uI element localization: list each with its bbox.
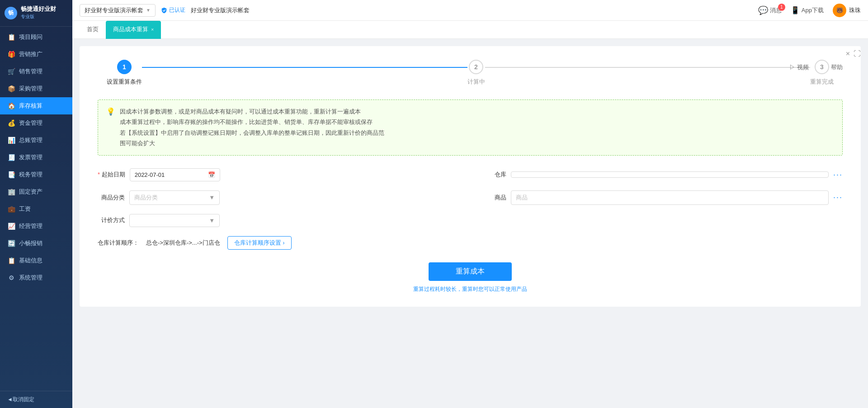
step-3: 3 重算完成 (810, 60, 834, 86)
sidebar-item-system[interactable]: ⚙ 系统管理 (0, 269, 72, 286)
sidebar-item-label: 经营管理 (19, 222, 42, 230)
user-area[interactable]: 🐻 珠珠 (833, 4, 861, 17)
tabs-bar: 首页 商品成本重算 × (72, 21, 868, 39)
tab-active-label: 商品成本重算 (113, 25, 148, 33)
category-select[interactable]: 商品分类 ▼ (129, 190, 220, 205)
recalc-button[interactable]: 重算成本 (429, 262, 512, 281)
purchase-icon: 📦 (7, 85, 15, 93)
verified-account-name: 好业财专业版演示帐套 (191, 6, 250, 14)
accounting-icon: 📊 (7, 136, 15, 144)
app-label: App下载 (802, 6, 824, 14)
goods-input[interactable]: 商品 (511, 190, 829, 205)
goods-label: 商品 (479, 194, 506, 202)
warehouse-more-button[interactable]: ··· (833, 170, 843, 180)
sidebar-item-operation[interactable]: 📈 经营管理 (0, 218, 72, 235)
message-button[interactable]: 💬 消息 1 (758, 5, 782, 15)
logo-edition: 专业版 (21, 13, 56, 21)
category-label: 商品分类 (98, 194, 125, 202)
calendar-icon[interactable]: 📅 (208, 171, 215, 178)
warehouse-order-settings-button[interactable]: 仓库计算顺序设置 › (227, 236, 292, 250)
recalc-tip: 重算过程耗时较长，重算时您可以正常使用产品 (413, 285, 527, 293)
avatar: 🐻 (833, 4, 846, 17)
sidebar-item-sales[interactable]: 🛒 销售管理 (0, 63, 72, 80)
window-controls: × ⛶ (846, 50, 861, 58)
start-date-label: 起始日期 (98, 171, 125, 179)
step-3-num: 3 (820, 63, 824, 71)
sidebar-item-tax[interactable]: 📑 税务管理 (0, 166, 72, 183)
verified-label: 已认证 (169, 6, 185, 14)
pin-toggle-label: ◄取消固定 (7, 396, 34, 403)
sidebar-item-accounting[interactable]: 📊 总账管理 (0, 132, 72, 149)
step-1: 1 设置重算条件 (107, 60, 142, 86)
form-row-2: 商品分类 商品分类 ▼ 商品 商品 ··· (98, 190, 843, 205)
tab-close-icon[interactable]: × (151, 27, 154, 32)
account-selector[interactable]: 好业财专业版演示帐套 ▼ (80, 4, 156, 17)
sidebar-item-project[interactable]: 📋 项目顾问 (0, 28, 72, 46)
sidebar-item-basic[interactable]: 📋 基础信息 (0, 252, 72, 269)
sidebar-item-label: 发票管理 (19, 153, 42, 161)
asset-icon: 🏢 (7, 188, 15, 196)
sidebar-item-finance[interactable]: 💰 资金管理 (0, 114, 72, 132)
sidebar-item-label: 税务管理 (19, 171, 42, 179)
info-text: 因成本计算参数调整，或是对商品成本有疑问时，可以通过成本重算功能，重新计算一遍成… (120, 106, 384, 149)
operation-icon: 📈 (7, 222, 15, 230)
sidebar-item-asset[interactable]: 🏢 固定资产 (0, 183, 72, 200)
pricing-field: 计价方式 ▼ (98, 214, 461, 227)
goods-more-button[interactable]: ··· (833, 193, 843, 202)
sidebar-item-expense[interactable]: 🔄 小畅报销 (0, 235, 72, 252)
message-badge: 1 (778, 4, 785, 11)
basic-icon: 📋 (7, 256, 15, 265)
goods-placeholder: 商品 (516, 194, 528, 202)
sidebar-item-purchase[interactable]: 📦 采购管理 (0, 80, 72, 97)
sidebar-item-label: 采购管理 (19, 85, 42, 93)
sidebar-item-label: 营销推广 (19, 50, 42, 58)
sidebar-item-label: 固定资产 (19, 188, 42, 196)
info-line-1: 因成本计算参数调整，或是对商品成本有疑问时，可以通过成本重算功能，重新计算一遍成… (120, 106, 384, 117)
sidebar-item-label: 总账管理 (19, 136, 42, 144)
info-line-3: 若【系统设置】中启用了自动调整记账日期时，会调整入库单的整单记账日期，因此重新计… (120, 128, 384, 138)
step-3-label: 重算完成 (810, 78, 834, 86)
sidebar-item-salary[interactable]: 💼 工资 (0, 200, 72, 218)
step-2: 2 计算中 (467, 60, 485, 86)
project-icon: 📋 (7, 33, 15, 41)
tax-icon: 📑 (7, 171, 15, 179)
start-date-value: 2022-07-01 (135, 171, 165, 178)
expand-window-button[interactable]: ⛶ (854, 50, 861, 58)
form-row-3: 计价方式 ▼ (98, 214, 843, 227)
step-line-2 (485, 67, 811, 68)
sidebar-item-marketing[interactable]: 🎁 营销推广 (0, 46, 72, 63)
warehouse-input[interactable] (511, 171, 829, 178)
tab-cost-recalc[interactable]: 商品成本重算 × (106, 21, 161, 39)
start-date-input[interactable]: 2022-07-01 📅 (130, 168, 220, 181)
logo-title: 畅捷通好业财 (21, 5, 56, 13)
sidebar-item-label: 销售管理 (19, 67, 42, 76)
sidebar-item-invoice[interactable]: 🧾 发票管理 (0, 149, 72, 166)
form-row-1: 起始日期 2022-07-01 📅 仓库 ··· (98, 168, 843, 181)
info-bulb-icon: 💡 (106, 107, 115, 116)
salary-icon: 💼 (7, 205, 15, 213)
warehouse-order-value: 总仓->深圳仓库->...->门店仓 (146, 239, 220, 247)
video-link[interactable]: ▷ 视频 (789, 63, 809, 71)
category-placeholder: 商品分类 (134, 194, 158, 202)
topbar: 好业财专业版演示帐套 ▼ 已认证 好业财专业版演示帐套 💬 消息 1 📱 App… (72, 0, 868, 21)
sidebar-item-label: 工资 (19, 205, 31, 213)
sidebar-pin-toggle[interactable]: ◄取消固定 (0, 391, 72, 408)
step-line-1 (142, 67, 467, 68)
expense-icon: 🔄 (7, 239, 15, 247)
account-name: 好业财专业版演示帐套 (85, 6, 143, 14)
close-window-button[interactable]: × (846, 50, 850, 58)
page-area: × ⛶ 1 设置重算条件 (72, 39, 868, 408)
sidebar-item-inventory[interactable]: 🏠 库存核算 (0, 97, 72, 114)
pricing-select[interactable]: ▼ (129, 214, 220, 227)
tab-home-label: 首页 (87, 25, 99, 33)
system-icon: ⚙ (7, 274, 15, 282)
app-download-button[interactable]: 📱 App下载 (791, 6, 824, 14)
warehouse-field: 仓库 ··· (479, 170, 843, 180)
logo-area: 畅 畅捷通好业财 专业版 (0, 0, 72, 27)
goods-field: 商品 商品 ··· (479, 190, 843, 205)
category-chevron-icon: ▼ (209, 194, 215, 201)
sidebar-item-label: 基础信息 (19, 256, 42, 265)
recalc-label: 重算成本 (456, 267, 485, 275)
account-chevron-icon: ▼ (146, 8, 151, 13)
tab-home[interactable]: 首页 (80, 21, 106, 39)
